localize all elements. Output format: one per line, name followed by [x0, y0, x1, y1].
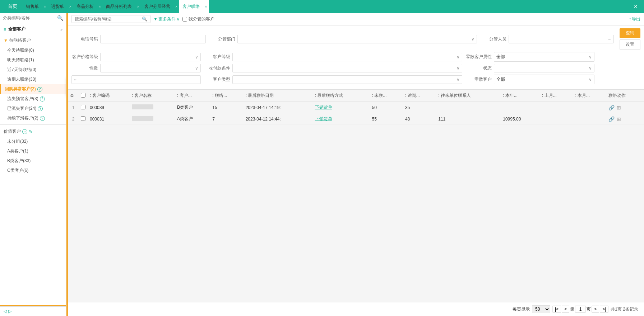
- sidebar-search-input[interactable]: [3, 15, 57, 20]
- row-last-method[interactable]: 下销货单: [313, 102, 370, 113]
- nav-customer-contact[interactable]: 客户联络 ×: [179, 0, 208, 13]
- customer-type-select[interactable]: ∨: [232, 75, 462, 84]
- lost-info-icon[interactable]: ?: [38, 106, 43, 111]
- manager-chevron-icon: ···: [608, 37, 611, 42]
- nav-sales[interactable]: 销售单 ×: [22, 0, 47, 13]
- price-level-select[interactable]: ∨: [100, 53, 201, 61]
- customer-level-select[interactable]: ∨: [232, 53, 462, 61]
- filter-search-icon[interactable]: 🔍: [142, 16, 147, 22]
- sidebar-item-declining[interactable]: 持续下滑客户(2) ?: [0, 113, 66, 123]
- anomaly-info-icon[interactable]: ?: [37, 87, 42, 92]
- advanced-filter: 电话号码 分管部门 ∨ 分管人员 ···: [68, 25, 644, 90]
- close-all-button[interactable]: ×: [630, 3, 641, 10]
- row-contact: 7: [210, 113, 243, 125]
- sidebar-item-c-class[interactable]: C类客户(6): [0, 166, 66, 175]
- sidebar-item-today[interactable]: 今天待联络(0): [0, 46, 66, 55]
- nav-analysis-list[interactable]: 商品分析列表 ×: [102, 0, 140, 13]
- filter-phone: 电话号码: [71, 35, 206, 43]
- row-checkbox-cell[interactable]: [79, 113, 88, 125]
- table-container: ⚙ : 客户编码 : 客户名称 : 客户...: [68, 90, 644, 302]
- th-overdue: : 逾期...: [403, 90, 436, 102]
- th-settings[interactable]: ⚙: [68, 90, 79, 102]
- sidebar: 🔍 ≡ 全部客户 » ▼ 待联络客户 今天待联络(0) 明天待联络(1) 近7天…: [0, 13, 66, 316]
- row-last-date: 2023-04-17 14:19:: [244, 102, 313, 113]
- sidebar-item-7days[interactable]: 近7天待联络(0): [0, 65, 66, 75]
- filter-more-field: ···: [71, 75, 201, 84]
- nav-customer-seg[interactable]: 客户分层经营 ×: [141, 0, 179, 13]
- sidebar-item-overdue[interactable]: 逾期未联络(30): [0, 75, 66, 84]
- loss-warning-info-icon[interactable]: ?: [40, 96, 45, 102]
- nature-chevron-icon: ∨: [195, 66, 198, 71]
- sidebar-customer-group[interactable]: 价值客户 ○ ✎: [0, 126, 66, 137]
- nav-home[interactable]: 首页: [3, 0, 22, 13]
- per-page-select[interactable]: 50 100 200: [532, 305, 550, 313]
- dept-select[interactable]: ∨: [237, 35, 477, 43]
- collapse-icon: ≡: [4, 27, 6, 32]
- payment-chevron-icon: ∨: [457, 66, 460, 71]
- last-method-link[interactable]: 下销货单: [315, 105, 332, 110]
- sidebar-item-tomorrow[interactable]: 明天待联络(1): [0, 55, 66, 65]
- sidebar-item-lost[interactable]: 已流失客户(24) ?: [0, 104, 66, 113]
- setting-button[interactable]: 设置: [620, 39, 640, 50]
- row-checkbox[interactable]: [81, 105, 85, 109]
- page-number-input[interactable]: [575, 306, 586, 313]
- th-checkbox[interactable]: [79, 90, 88, 102]
- action-grid-icon[interactable]: ⊞: [617, 116, 621, 122]
- customer-level-chevron-icon: ∨: [457, 55, 460, 60]
- export-icon: ↑: [629, 16, 631, 22]
- scatter-customer-chevron-icon: ∨: [589, 77, 592, 82]
- row-this-month: [573, 113, 606, 125]
- customer-group-edit-icon[interactable]: ✎: [29, 129, 32, 134]
- more-field-select[interactable]: ···: [71, 75, 201, 84]
- scatter-customer-select[interactable]: 全部 ∨: [494, 75, 594, 84]
- manager-select[interactable]: ···: [509, 35, 614, 43]
- sidebar-item-anomaly[interactable]: 回购异常客户(2) ?: [0, 84, 66, 94]
- filter-scatter-customer: 零散客户 全部 ∨: [465, 75, 594, 84]
- row-contact: 15: [210, 102, 243, 113]
- filter-more-button[interactable]: ▼ 更多条件 ∧: [153, 16, 180, 22]
- last-method-link[interactable]: 下销货单: [315, 116, 332, 121]
- sidebar-item-b-class[interactable]: B类客户(33): [0, 156, 66, 166]
- row-checkbox[interactable]: [81, 116, 85, 121]
- row-code: 000039: [88, 102, 130, 113]
- action-grid-icon[interactable]: ⊞: [617, 105, 621, 110]
- scatter-attr-select[interactable]: 全部 ∨: [494, 52, 594, 62]
- row-last-method[interactable]: 下销货单: [313, 113, 370, 125]
- sidebar-bottom-nav[interactable]: ◁ ▷: [0, 306, 66, 316]
- sidebar-item-ungroup[interactable]: 未分组(32): [0, 137, 66, 146]
- action-link-icon[interactable]: 🔗: [608, 105, 615, 110]
- sidebar-all-customers[interactable]: ≡ 全部客户 »: [0, 23, 66, 35]
- my-customers-filter: 我分管的客户: [182, 16, 214, 22]
- payment-select[interactable]: ∨: [232, 64, 462, 72]
- status-select[interactable]: ∨: [494, 64, 594, 72]
- th-contact: : 联络...: [210, 90, 243, 102]
- last-page-button[interactable]: >|: [600, 306, 608, 313]
- row-contact2: [436, 102, 501, 113]
- th-this-year: : 本年...: [501, 90, 540, 102]
- declining-info-icon[interactable]: ?: [40, 116, 45, 121]
- filter-bar: 🔍 ▼ 更多条件 ∧ 我分管的客户 ↑ 导出: [68, 13, 644, 25]
- nav-purchase[interactable]: 进货单 ×: [47, 0, 73, 13]
- nature-select[interactable]: ∨: [100, 64, 201, 72]
- sidebar-search-icon[interactable]: 🔍: [57, 15, 63, 21]
- query-button[interactable]: 查询: [620, 28, 640, 38]
- sidebar-section-pending[interactable]: ▼ 待联络客户: [0, 35, 66, 46]
- filter-search-input[interactable]: [75, 16, 142, 22]
- filter-price-level: 客户价格等级 ∨: [71, 53, 201, 61]
- filter-search-box: 🔍: [71, 15, 150, 23]
- sidebar-item-a-class[interactable]: A类客户(1): [0, 146, 66, 156]
- export-button[interactable]: ↑ 导出: [629, 16, 640, 22]
- settings-icon[interactable]: ⚙: [70, 93, 74, 98]
- prev-page-button[interactable]: <: [562, 306, 569, 313]
- action-link-icon[interactable]: 🔗: [608, 116, 615, 122]
- row-checkbox-cell[interactable]: [79, 102, 88, 113]
- my-customers-checkbox[interactable]: [182, 17, 187, 22]
- nav-analysis[interactable]: 商品分析 ×: [73, 0, 102, 13]
- select-all-checkbox[interactable]: [81, 93, 85, 98]
- phone-input[interactable]: [100, 35, 206, 43]
- next-page-button[interactable]: >: [592, 306, 599, 313]
- th-name: : 客户名称: [130, 90, 175, 102]
- sidebar-item-loss-warning[interactable]: 流失预警客户(3) ?: [0, 94, 66, 104]
- first-page-button[interactable]: |<: [552, 306, 561, 313]
- price-level-chevron-icon: ∨: [195, 55, 198, 60]
